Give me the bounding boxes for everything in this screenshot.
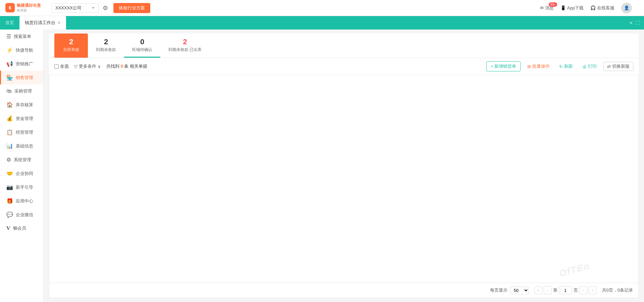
batch-action-button[interactable]: ⊞ 批量操作 <box>525 62 552 71</box>
prev-page-button[interactable]: ‹ <box>544 286 552 294</box>
trial-button[interactable]: 体验行业方案 <box>113 3 150 13</box>
system-mgmt-icon: ⚙ <box>6 157 11 163</box>
switch-version-button[interactable]: ⇄ 切换新版 <box>603 62 633 71</box>
stats-tabs: 2 全部单据 2 到期未收款 0 旺铺待确认 2 到期未收款 已出库 <box>49 34 639 58</box>
close-tab-icon[interactable]: ✕ <box>57 20 61 25</box>
filter-button[interactable]: ▽ 更多条件 ∨ <box>71 62 104 71</box>
stat-tab-all[interactable]: 2 全部单据 <box>54 34 88 58</box>
sidebar-item-search-menu[interactable]: ☰ 搜索菜单 <box>0 29 43 43</box>
sidebar-item-basic-info[interactable]: 📊 基础信息 <box>0 139 43 153</box>
sidebar-label-guide: 新手引导 <box>16 184 33 190</box>
select-all-checkbox-label[interactable]: 全选 <box>54 63 69 69</box>
print-button[interactable]: 🖨 打印 <box>580 62 599 71</box>
online-service-icon: 🎧 <box>590 5 596 10</box>
new-sale-button[interactable]: + 新增销货单 <box>486 61 521 71</box>
finance-icon: 💰 <box>6 115 13 122</box>
main-layout: ☰ 搜索菜单 ⚡ 快捷导航 📢 营销推广 🏪 销售管理 🛍 采购管理 🏠 库存核… <box>0 29 644 302</box>
logo-icon: 6 <box>5 3 15 12</box>
page-total: 共0页，0条记录 <box>602 287 633 293</box>
sidebar-label-purchase-mgmt: 采购管理 <box>14 88 32 94</box>
sidebar-label-enterprise: 企业协同 <box>16 171 33 177</box>
inventory-icon: 🏠 <box>6 102 13 108</box>
sidebar-label-system-mgmt: 系统管理 <box>14 157 31 163</box>
found-text: 共找到 0 条 相关单据 <box>106 63 147 69</box>
page-size-select[interactable]: 50 20 100 <box>510 287 529 294</box>
stat-label-pending: 旺铺待确认 <box>132 47 152 53</box>
sidebar-label-finance: 资金管理 <box>16 116 33 122</box>
sidebar-label-member: 畅会员 <box>13 225 26 231</box>
brand-name: 畅捷通好生意 <box>17 3 41 8</box>
filter-label: 更多条件 <box>79 63 96 69</box>
stat-tab-overdue-out[interactable]: 2 到期未收款 已出库 <box>160 34 210 58</box>
sidebar-item-enterprise[interactable]: 🤝 企业协同 <box>0 167 43 180</box>
page-size-label: 每页显示 <box>490 287 507 293</box>
print-label: 打印 <box>588 63 597 69</box>
page-nav: « ‹ 第 页 › » <box>534 286 597 294</box>
sidebar-item-marketing[interactable]: 📢 营销推广 <box>0 57 43 71</box>
sidebar-item-quick-nav[interactable]: ⚡ 快捷导航 <box>0 43 43 57</box>
nav-tabs: 首页 钱货日清工作台 ✕ ✕ ⛶ <box>0 16 644 29</box>
last-page-button[interactable]: » <box>589 286 597 294</box>
sidebar-item-finance[interactable]: 💰 资金管理 <box>0 112 43 125</box>
sidebar-item-purchase-mgmt[interactable]: 🛍 采购管理 <box>0 84 43 98</box>
sidebar-item-inventory[interactable]: 🏠 库存核算 <box>0 98 43 112</box>
marketing-icon: 📢 <box>6 61 13 67</box>
sidebar-item-operations[interactable]: 📋 经营管理 <box>0 125 43 139</box>
tab-home[interactable]: 首页 <box>0 16 19 29</box>
member-icon: V <box>6 225 10 231</box>
sidebar-label-inventory: 库存核算 <box>16 102 33 108</box>
stat-tab-overdue[interactable]: 2 到期未收款 <box>88 34 124 58</box>
batch-label: 批量操作 <box>532 63 550 69</box>
stat-num-pending: 0 <box>132 38 152 46</box>
operations-icon: 📋 <box>6 129 13 135</box>
sidebar-item-member[interactable]: V 畅会员 <box>0 222 43 235</box>
wechat-work-icon: 💬 <box>6 212 13 218</box>
page-number-input[interactable] <box>559 286 572 294</box>
select-all-checkbox[interactable] <box>54 64 59 69</box>
sidebar-item-app-center[interactable]: 🎁 应用中心 <box>0 194 43 208</box>
chevron-down-icon: ▼ <box>92 6 95 10</box>
logo-area: 6 畅捷通好生意 标准版 <box>5 3 49 12</box>
purchase-mgmt-icon: 🛍 <box>6 88 12 94</box>
refresh-button[interactable]: ↻ 刷新 <box>556 62 576 71</box>
sidebar-label-marketing: 营销推广 <box>16 61 33 67</box>
online-service-action[interactable]: 🎧 在线客服 <box>590 5 614 11</box>
company-selector[interactable]: XXXXXX公司 ▼ <box>52 3 99 13</box>
app-download-action[interactable]: 📱 App下载 <box>560 5 584 11</box>
stat-num-overdue: 2 <box>96 38 116 46</box>
avatar[interactable]: 👤 <box>621 3 632 13</box>
maximize-icon[interactable]: ⛶ <box>636 20 640 25</box>
sidebar-label-quick-nav: 快捷导航 <box>16 47 33 53</box>
message-badge: 99+ <box>549 2 557 7</box>
quick-nav-icon: ⚡ <box>6 47 13 53</box>
brand-sub: 标准版 <box>17 8 41 13</box>
minimize-icon[interactable]: ✕ <box>629 20 633 25</box>
stat-num-overdue-out: 2 <box>168 38 202 46</box>
sidebar-label-basic-info: 基础信息 <box>16 143 33 149</box>
sidebar-label-sales-mgmt: 销售管理 <box>16 75 33 81</box>
app-download-label: App下载 <box>567 5 584 11</box>
next-page-button[interactable]: › <box>579 286 587 294</box>
sidebar-label-app-center: 应用中心 <box>16 198 33 204</box>
page-label: 第 <box>553 287 557 293</box>
search-menu-icon: ☰ <box>6 33 11 40</box>
content-area: 2 全部单据 2 到期未收款 0 旺铺待确认 2 到期未收款 已出库 全选 <box>44 29 644 302</box>
stat-num-all: 2 <box>62 38 80 46</box>
sidebar-item-guide[interactable]: 📷 新手引导 <box>0 180 43 194</box>
select-all-label: 全选 <box>60 63 69 69</box>
sidebar-item-wechat-work[interactable]: 💬 企业微信 <box>0 208 43 222</box>
enterprise-icon: 🤝 <box>6 170 13 177</box>
pagination: 每页显示 50 20 100 « ‹ 第 页 › » 共0页，0条记录 <box>49 283 639 298</box>
stat-tab-pending[interactable]: 0 旺铺待确认 <box>124 34 160 58</box>
filter-icon: ▽ <box>74 64 77 69</box>
online-service-label: 在线客服 <box>597 5 614 11</box>
first-page-button[interactable]: « <box>534 286 542 294</box>
basic-info-icon: 📊 <box>6 143 13 149</box>
sidebar-item-system-mgmt[interactable]: ⚙ 系统管理 <box>0 153 43 167</box>
batch-icon: ⊞ <box>527 64 531 69</box>
header-right: ✉ 消息 99+ 📱 App下载 🎧 在线客服 👤 <box>540 3 639 13</box>
sidebar-item-sales-mgmt[interactable]: 🏪 销售管理 <box>0 71 43 84</box>
message-action[interactable]: ✉ 消息 99+ <box>540 5 554 11</box>
settings-icon[interactable]: ⚙ <box>101 3 109 13</box>
tab-work-bench[interactable]: 钱货日清工作台 ✕ <box>19 16 66 29</box>
